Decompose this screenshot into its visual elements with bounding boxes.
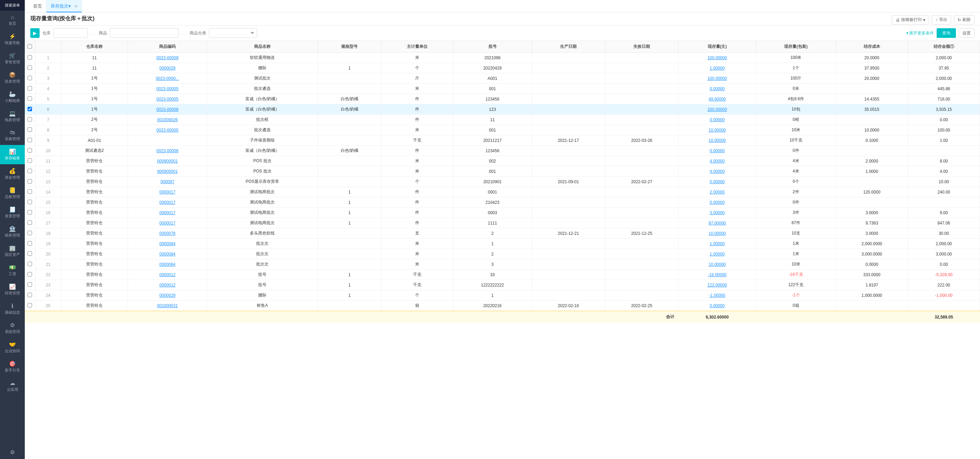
qty-link[interactable]: 3.00000 xyxy=(710,210,725,215)
product-code-link[interactable]: 0000078 xyxy=(159,231,175,236)
product-code-link[interactable]: 0000029 xyxy=(159,293,175,298)
qty-link[interactable]: 10.00000 xyxy=(708,231,725,236)
qty-link[interactable]: 0.00000 xyxy=(710,303,725,308)
filter-arrow-btn[interactable]: ▶ xyxy=(30,28,40,38)
row-checkbox[interactable] xyxy=(27,158,32,163)
product-code-link[interactable]: 0023-00005 xyxy=(156,97,178,102)
product-code-link[interactable]: 0023-0000... xyxy=(156,76,179,81)
row-checkbox[interactable] xyxy=(27,76,32,80)
row-checkbox[interactable] xyxy=(27,55,32,60)
row-checkbox[interactable] xyxy=(27,241,32,245)
qty-link[interactable]: 0.00000 xyxy=(710,86,725,91)
row-checkbox[interactable] xyxy=(27,169,32,173)
qty-link[interactable]: 0.00000 xyxy=(710,118,725,122)
product-code-link[interactable]: 0023-00008 xyxy=(156,148,178,153)
qty-link[interactable]: 4.00000 xyxy=(710,169,725,174)
row-checkbox[interactable] xyxy=(27,148,32,153)
sidebar-item-wholesale[interactable]: 📦 批发管理 xyxy=(0,68,25,88)
qty-link[interactable]: 100.00000 xyxy=(707,56,727,60)
sidebar-item-basic-info[interactable]: ℹ 基础信息 xyxy=(0,299,25,319)
sidebar-item-guide[interactable]: 🎯 新手引导 xyxy=(0,357,25,376)
qty-link[interactable]: 0.00000 xyxy=(710,148,725,153)
product-code-link[interactable]: 0000029 xyxy=(159,66,175,70)
refresh-btn[interactable]: ↻ 刷新 xyxy=(954,15,975,24)
sidebar-item-operations[interactable]: 📈 经营管理 xyxy=(0,280,25,299)
qty-link[interactable]: 1.00000 xyxy=(710,241,725,246)
row-checkbox[interactable] xyxy=(27,303,32,308)
select-all-checkbox[interactable] xyxy=(27,44,32,49)
sidebar-item-home[interactable]: ⌂ 首页 xyxy=(0,11,25,30)
warehouse-input[interactable] xyxy=(53,28,88,38)
product-code-link[interactable]: 0000017 xyxy=(159,221,175,226)
sidebar-item-purchase[interactable]: 🛍 采购管理 xyxy=(0,126,25,145)
product-code-link[interactable]: 001000026 xyxy=(157,118,178,122)
qty-link[interactable]: 10.00000 xyxy=(708,262,725,267)
search-btn[interactable]: 查询 xyxy=(937,28,956,38)
row-checkbox[interactable] xyxy=(27,200,32,204)
sidebar-item-retail[interactable]: 🛒 零售管理 xyxy=(0,49,25,68)
expand-conditions-btn[interactable]: ▾ 展开更多条件 xyxy=(906,30,934,36)
row-checkbox[interactable] xyxy=(27,190,32,194)
sidebar-item-invoice[interactable]: 🧾 发票管理 xyxy=(0,203,25,222)
export-btn[interactable]: ↑ 导出 xyxy=(932,15,951,24)
product-code-link[interactable]: 000900001 xyxy=(157,159,178,164)
sidebar-item-collab[interactable]: 🤝 企业协同 xyxy=(0,338,25,357)
row-checkbox[interactable] xyxy=(27,220,32,225)
qty-link[interactable]: 122.00000 xyxy=(707,283,727,287)
qty-link[interactable]: 10.00000 xyxy=(708,138,725,143)
sidebar-item-quicknav[interactable]: ⚡ 快捷导航 xyxy=(0,30,25,49)
qty-link[interactable]: 0.00000 xyxy=(710,200,725,205)
qty-link[interactable]: 0.00000 xyxy=(710,179,725,184)
product-code-link[interactable]: 0000017 xyxy=(159,200,175,205)
qty-link[interactable]: -16.00000 xyxy=(708,273,726,277)
row-checkbox[interactable] xyxy=(27,282,32,287)
sidebar-item-fixed-assets[interactable]: 🏢 固定资产 xyxy=(0,241,25,261)
product-code-link[interactable]: 001000031 xyxy=(157,303,178,308)
product-code-link[interactable]: 000900001 xyxy=(157,169,178,174)
qty-link[interactable]: 4.00000 xyxy=(710,159,725,164)
row-checkbox[interactable] xyxy=(27,86,32,91)
product-code-link[interactable]: 0000012 xyxy=(159,273,175,277)
product-code-link[interactable]: 0000017 xyxy=(159,190,175,194)
row-checkbox[interactable] xyxy=(27,262,32,266)
sidebar-item-finance[interactable]: 💰 资金管理 xyxy=(0,164,25,183)
tab-inventory-batch[interactable]: 库存批次▾ ✕ xyxy=(46,0,82,13)
sidebar-logo[interactable]: 搜索菜单 xyxy=(0,0,25,11)
row-checkbox[interactable] xyxy=(27,107,32,111)
product-code-link[interactable]: 0000012 xyxy=(159,283,175,287)
qty-link[interactable]: 49.60000 xyxy=(708,97,725,102)
row-checkbox[interactable] xyxy=(27,65,32,70)
qty-link[interactable]: 87.00000 xyxy=(708,221,725,226)
settings-btn[interactable]: 设置 xyxy=(959,28,975,38)
sidebar-item-ledger[interactable]: 📒 总账管理 xyxy=(0,183,25,203)
sidebar-settings-btn[interactable]: ⚙ xyxy=(0,446,25,459)
sidebar-item-ecommerce-small[interactable]: 🦢 小鹅电商 xyxy=(0,88,25,107)
row-checkbox[interactable] xyxy=(27,293,32,297)
product-code-link[interactable]: 0023-00008 xyxy=(156,107,178,112)
sidebar-item-system[interactable]: ⚙ 系统管理 xyxy=(0,319,25,338)
qty-link[interactable]: 100.00000 xyxy=(707,76,727,81)
qty-link[interactable]: 2.00000 xyxy=(710,190,725,194)
row-checkbox[interactable] xyxy=(27,251,32,256)
tab-home[interactable]: 首页 xyxy=(29,0,46,13)
row-checkbox[interactable] xyxy=(27,128,32,132)
row-checkbox[interactable] xyxy=(27,96,32,101)
row-checkbox[interactable] xyxy=(27,138,32,142)
product-code-link[interactable]: 000097 xyxy=(161,179,174,184)
sidebar-item-cloud[interactable]: ☁ 云应用 xyxy=(0,376,25,396)
row-checkbox[interactable] xyxy=(27,179,32,183)
sidebar-item-tax[interactable]: 🏦 税务管理 xyxy=(0,222,25,241)
product-code-link[interactable]: 0023-00009 xyxy=(156,56,178,60)
row-checkbox[interactable] xyxy=(27,117,32,121)
row-checkbox[interactable] xyxy=(27,210,32,215)
product-code-link[interactable]: 0023-00005 xyxy=(156,128,178,132)
product-code-link[interactable]: 0000084 xyxy=(159,241,175,246)
qty-link[interactable]: -1.00000 xyxy=(709,293,725,298)
product-code-link[interactable]: 0023-00005 xyxy=(156,86,178,91)
sidebar-item-ecommerce[interactable]: 💻 电商管理 xyxy=(0,107,25,126)
sidebar-item-inventory[interactable]: 📊 库存核算 xyxy=(0,145,25,164)
qty-link[interactable]: 10.00000 xyxy=(708,128,725,132)
qty-link[interactable]: 1.00000 xyxy=(710,252,725,257)
print-btn[interactable]: 🖨 按模板打印 ▾ xyxy=(892,15,929,24)
product-input[interactable] xyxy=(110,28,179,38)
